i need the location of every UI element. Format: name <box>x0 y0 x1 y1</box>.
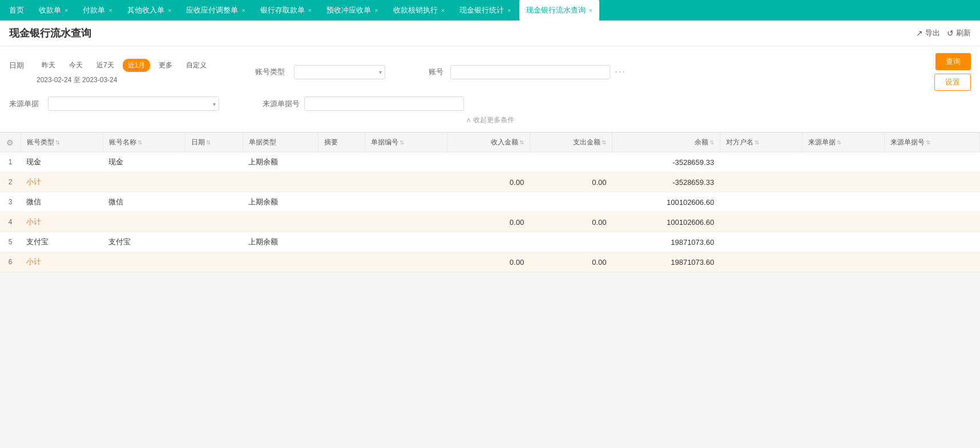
col-doc-no[interactable]: 单据编号⇅ <box>365 133 447 152</box>
table-row[interactable]: 1现金现金上期余额-3528659.33 <box>0 152 980 172</box>
nav-bank-flow-close[interactable]: × <box>589 7 592 14</box>
nav-other-income-close[interactable]: × <box>168 7 171 14</box>
cell-income <box>447 152 530 172</box>
nav-verify[interactable]: 收款核销执行 × <box>386 0 451 21</box>
table-row[interactable]: 2小计0.000.00-3528659.33 <box>0 172 980 192</box>
cell-date <box>185 232 243 252</box>
cell-account-type: 小计 <box>21 212 103 232</box>
col-date[interactable]: 日期⇅ <box>185 133 243 152</box>
cell-doc-no <box>365 252 447 272</box>
cell-account-name <box>103 252 185 272</box>
cell-doc-no <box>365 192 447 212</box>
nav-home[interactable]: 首页 <box>2 0 31 21</box>
col-account-type[interactable]: 账号类型⇅ <box>21 133 103 152</box>
nav-adjustment-close[interactable]: × <box>241 7 245 14</box>
nav-bank-stats-close[interactable]: × <box>507 7 511 14</box>
cell-doc-type: 上期余额 <box>243 232 318 252</box>
cell-summary <box>318 252 365 272</box>
export-icon: ↗ <box>916 29 923 38</box>
cell-expense: 0.00 <box>530 172 612 192</box>
col-source-doc-no[interactable]: 来源单据号⇅ <box>885 133 980 152</box>
source-doc-select-wrapper: ▾ <box>48 96 219 111</box>
cell-expense: 0.00 <box>530 252 612 272</box>
table-row[interactable]: 6小计0.000.0019871073.60 <box>0 252 980 272</box>
cell-date <box>185 152 243 172</box>
nav-adjustment[interactable]: 应收应付调整单 × <box>179 0 252 21</box>
date-btn-today[interactable]: 今天 <box>64 59 88 72</box>
source-doc-num-label: 来源单据号 <box>263 99 300 109</box>
nav-advance[interactable]: 预收冲应收单 × <box>320 0 385 21</box>
col-expense[interactable]: 支出金额⇅ <box>530 133 612 152</box>
col-counterpart[interactable]: 对方户名⇅ <box>720 133 802 152</box>
cell-account-name <box>103 212 185 232</box>
nav-other-income[interactable]: 其他收入单 × <box>120 0 178 21</box>
date-btn-more[interactable]: 更多 <box>154 59 178 72</box>
sort-account-type-icon: ⇅ <box>55 139 60 146</box>
col-balance[interactable]: 余额⇅ <box>612 133 720 152</box>
account-type-select[interactable] <box>294 65 385 79</box>
nav-bank-flow[interactable]: 现金银行流水查询 × <box>519 0 599 21</box>
table-row[interactable]: 4小计0.000.00100102606.60 <box>0 212 980 232</box>
col-income[interactable]: 收入金额⇅ <box>447 133 530 152</box>
nav-bank-deposit[interactable]: 银行存取款单 × <box>253 0 318 21</box>
nav-bank-deposit-close[interactable]: × <box>308 7 312 14</box>
settings-button[interactable]: 设置 <box>934 74 971 91</box>
source-doc-input[interactable] <box>48 96 219 111</box>
cell-source-doc <box>802 152 885 172</box>
source-doc-num-input[interactable] <box>304 96 464 111</box>
nav-payment[interactable]: 付款单 × <box>76 0 119 21</box>
cell-source-doc-no <box>885 152 980 172</box>
table-row[interactable]: 5支付宝支付宝上期余额19871073.60 <box>0 232 980 252</box>
cell-doc-type <box>243 212 318 232</box>
export-button[interactable]: ↗ 导出 <box>916 28 940 38</box>
sort-doc-no-icon: ⇅ <box>400 139 404 146</box>
col-settings[interactable]: ⚙ <box>0 133 21 152</box>
cell-income <box>447 192 530 212</box>
nav-advance-close[interactable]: × <box>374 7 378 14</box>
cell-account-name <box>103 172 185 192</box>
query-button[interactable]: 查询 <box>935 53 971 70</box>
col-doc-type: 单据类型 <box>243 133 318 152</box>
cell-summary <box>318 232 365 252</box>
table-body: 1现金现金上期余额-3528659.332小计0.000.00-3528659.… <box>0 152 980 272</box>
account-label: 账号 <box>429 67 446 77</box>
cell-account-name: 微信 <box>103 192 185 212</box>
date-btn-yesterday[interactable]: 昨天 <box>37 59 61 72</box>
col-source-doc[interactable]: 来源单据⇅ <box>802 133 885 152</box>
table-row[interactable]: 3微信微信上期余额100102606.60 <box>0 192 980 212</box>
refresh-button[interactable]: ↺ 刷新 <box>947 28 971 38</box>
cell-source-doc <box>802 192 885 212</box>
nav-bank-stats[interactable]: 现金银行统计 × <box>453 0 518 21</box>
cell-date <box>185 212 243 232</box>
nav-payment-close[interactable]: × <box>108 7 112 14</box>
nav-receipt-close[interactable]: × <box>64 7 68 14</box>
collapse-icon: ∧ <box>466 116 473 124</box>
account-type-filter: 账号类型 ▾ <box>255 65 385 79</box>
sort-source-doc-icon: ⇅ <box>837 139 841 146</box>
col-account-name[interactable]: 账号名称⇅ <box>103 133 185 152</box>
date-btn-1month[interactable]: 近1月 <box>123 59 151 72</box>
sort-date-icon: ⇅ <box>206 139 211 146</box>
cell-doc-type: 上期余额 <box>243 152 318 172</box>
cell-account-type: 支付宝 <box>21 232 103 252</box>
source-doc-label: 来源单据 <box>9 99 43 109</box>
settings-gear-icon[interactable]: ⚙ <box>6 138 14 147</box>
cell-id: 4 <box>0 212 21 232</box>
account-more-button[interactable]: ··· <box>615 67 626 77</box>
filter-row-2: 来源单据 ▾ 来源单据号 <box>9 96 971 111</box>
date-btn-7days[interactable]: 近7天 <box>91 59 119 72</box>
filter-area: 日期 昨天 今天 近7天 近1月 更多 自定义 2023-02-24 至 202… <box>0 46 980 132</box>
cell-expense <box>530 232 612 252</box>
cell-source-doc <box>802 212 885 232</box>
cell-source-doc-no <box>885 192 980 212</box>
cell-id: 2 <box>0 172 21 192</box>
cell-summary <box>318 212 365 232</box>
nav-receipt[interactable]: 收款单 × <box>32 0 75 21</box>
nav-verify-close[interactable]: × <box>441 7 445 14</box>
date-btn-custom[interactable]: 自定义 <box>181 59 212 72</box>
account-input[interactable] <box>450 65 610 79</box>
collapse-bar[interactable]: ∧ 收起更多条件 <box>9 115 971 125</box>
cell-counterpart <box>720 252 802 272</box>
cell-counterpart <box>720 192 802 212</box>
sort-counterpart-icon: ⇅ <box>755 139 759 146</box>
